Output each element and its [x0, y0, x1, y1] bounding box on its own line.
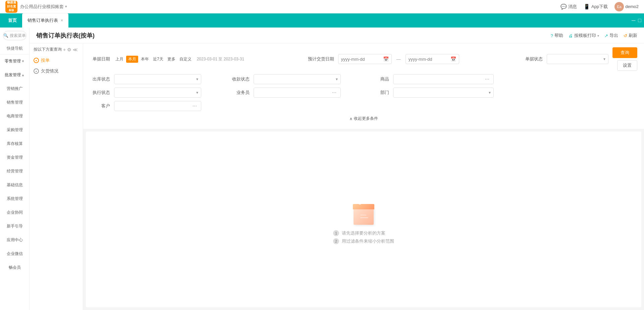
wholesale-arrow: ▲	[21, 73, 25, 77]
scheme-label-按单: 按单	[41, 57, 50, 63]
inventory-label: 库存核算	[7, 141, 23, 147]
scheme-icon-active: ●	[34, 58, 39, 63]
scheme-item-按单[interactable]: ● 按单	[30, 55, 83, 66]
sidebar-item-marketing[interactable]: 营销推广	[0, 82, 29, 96]
retail-arrow: ▼	[21, 59, 25, 63]
print-btn[interactable]: 🖨 按模板打印 ▾	[569, 33, 599, 39]
sidebar-item-management[interactable]: 经营管理	[0, 164, 29, 178]
marketing-label: 营销推广	[7, 86, 23, 92]
calendar-icon-end: 📅	[450, 56, 456, 62]
management-label: 经营管理	[7, 168, 23, 174]
help-icon: ?	[551, 33, 553, 38]
user-name: demo2	[625, 4, 639, 9]
data-area: 1 请先选择要分析的方案 2 用过滤条件来缩小分析范围	[86, 132, 641, 307]
scheme-item-欠货[interactable]: ● 欠货情况	[30, 66, 83, 76]
sidebar-item-system[interactable]: 系统管理	[0, 192, 29, 206]
query-button[interactable]: 查询	[612, 47, 637, 58]
sidebar-item-purchase[interactable]: 采购管理	[0, 123, 29, 137]
sidebar-item-wechat[interactable]: 企业微信	[0, 247, 29, 261]
goods-dots-icon[interactable]: ···	[484, 76, 491, 82]
system-label: 系统管理	[7, 196, 23, 202]
exec-status-select[interactable]: ▾	[114, 88, 201, 98]
print-arrow: ▾	[597, 34, 599, 38]
collapse-conditions-btn[interactable]: ∧ 收起更多条件	[350, 114, 378, 123]
expected-date-start[interactable]: 📅	[338, 54, 392, 64]
help-label: 帮助	[554, 33, 563, 39]
sidebar-search-area[interactable]: 🔍 搜索菜单	[0, 28, 29, 44]
dept-select[interactable]: ▾	[393, 88, 494, 98]
payment-status-select[interactable]: ▾	[254, 74, 341, 84]
refresh-label: 刷新	[629, 33, 637, 39]
panel-title: 按以下方案查询	[34, 47, 62, 52]
sidebar-item-sales[interactable]: 销售管理	[0, 96, 29, 109]
settings-scheme-btn[interactable]: ⚙	[67, 47, 71, 52]
customer-select[interactable]: ···	[114, 101, 201, 111]
refresh-btn[interactable]: ↺ 刷新	[624, 33, 637, 39]
tab-home[interactable]: 首页	[3, 13, 22, 28]
page-title: 销售订单执行表(按单)	[36, 32, 95, 40]
export-btn[interactable]: ↗ 导出	[604, 33, 618, 39]
sidebar-item-finance[interactable]: 资金管理	[0, 151, 29, 164]
shortcut-more[interactable]: 更多	[166, 56, 177, 63]
tab-minimize-icon[interactable]: ─	[632, 17, 635, 23]
tab-maximize-icon[interactable]: □	[638, 17, 641, 23]
goods-select[interactable]: ···	[393, 74, 494, 84]
hint-num-2: 2	[333, 238, 339, 244]
tab-close-icon[interactable]: ×	[61, 18, 63, 23]
shortcut-7days[interactable]: 近7天	[152, 56, 165, 63]
collapse-arrow-icon: ∧	[350, 116, 353, 121]
sidebar-item-ecommerce[interactable]: 电商管理	[0, 109, 29, 123]
collapse-panel-btn[interactable]: ≪	[73, 47, 78, 52]
expected-date-start-input[interactable]	[341, 57, 382, 62]
date-range-display: 2023-03-01 至 2023-03-31	[197, 56, 244, 62]
customer-dots-icon[interactable]: ···	[191, 103, 198, 109]
left-panel: 按以下方案查询 + ⚙ ≪ ● 按单 ● 欠货情况	[30, 43, 83, 310]
sidebar-item-newuser[interactable]: 新手引导	[0, 219, 29, 233]
sidebar-item-basic[interactable]: 基础信息	[0, 178, 29, 192]
sidebar-item-member[interactable]: 畅会员	[0, 261, 29, 274]
help-btn[interactable]: ? 帮助	[551, 33, 563, 39]
delivery-dropdown-icon: ▾	[196, 77, 198, 82]
customer-label: 客户	[90, 103, 110, 109]
shortcut-custom[interactable]: 自定义	[178, 56, 193, 63]
sidebar: 🔍 搜索菜单 快捷导航 零售管理 ▼ 批发管理 ▲ 营销推广 销售管理	[0, 28, 30, 310]
search-btn[interactable]: 🔍 搜索菜单	[3, 31, 26, 40]
sidebar-item-appstore[interactable]: 应用中心	[0, 233, 29, 247]
shortcut-last-month[interactable]: 上月	[114, 56, 125, 63]
finance-label: 资金管理	[7, 155, 23, 160]
hint-text-2: 用过滤条件来缩小分析范围	[342, 238, 394, 244]
user-menu[interactable]: Ea demo2	[614, 2, 639, 11]
scheme-icon-gray: ●	[34, 68, 39, 74]
shortcut-this-year[interactable]: 本年	[140, 56, 150, 63]
sidebar-item-inventory[interactable]: 库存核算	[0, 137, 29, 151]
sidebar-item-wholesale[interactable]: 批发管理 ▲	[0, 68, 29, 82]
goods-label: 商品	[369, 76, 389, 82]
tab-sales-order[interactable]: 销售订单执行表 ×	[22, 13, 68, 28]
export-label: 导出	[609, 33, 618, 39]
delivery-status-select[interactable]: ▾	[114, 74, 201, 84]
sidebar-item-quick-nav[interactable]: 快捷导航	[0, 44, 29, 54]
exec-status-label: 执行状态	[90, 90, 110, 96]
salesman-select[interactable]: ···	[254, 88, 341, 98]
company-selector[interactable]: 办公用品行业模拟账套 ▾	[20, 4, 67, 10]
sidebar-item-enterprise[interactable]: 企业协同	[0, 206, 29, 219]
add-scheme-btn[interactable]: +	[63, 47, 66, 52]
shortcut-this-month[interactable]: 本月	[126, 56, 138, 63]
payment-status-label: 收款状态	[229, 76, 250, 82]
message-btn[interactable]: 💬 消息	[560, 4, 577, 10]
search-icon: 🔍	[3, 33, 8, 38]
member-label: 畅会员	[9, 265, 21, 270]
salesman-label: 业务员	[229, 90, 250, 96]
tab-sales-order-label: 销售订单执行表	[28, 17, 58, 23]
status-select[interactable]: ▾	[547, 54, 608, 64]
salesman-dots-icon[interactable]: ···	[331, 90, 338, 96]
expected-date-end-input[interactable]	[409, 57, 449, 62]
hint-text-1: 请先选择要分析的方案	[342, 230, 385, 236]
message-icon: 💬	[560, 4, 567, 10]
export-icon: ↗	[604, 33, 608, 38]
expected-date-end[interactable]: 📅	[406, 54, 459, 64]
settings-button[interactable]: 设置	[617, 60, 637, 71]
retail-label: 零售管理	[5, 58, 21, 64]
app-download-btn[interactable]: 📱 App下载	[584, 4, 608, 10]
sidebar-item-retail[interactable]: 零售管理 ▼	[0, 54, 29, 68]
